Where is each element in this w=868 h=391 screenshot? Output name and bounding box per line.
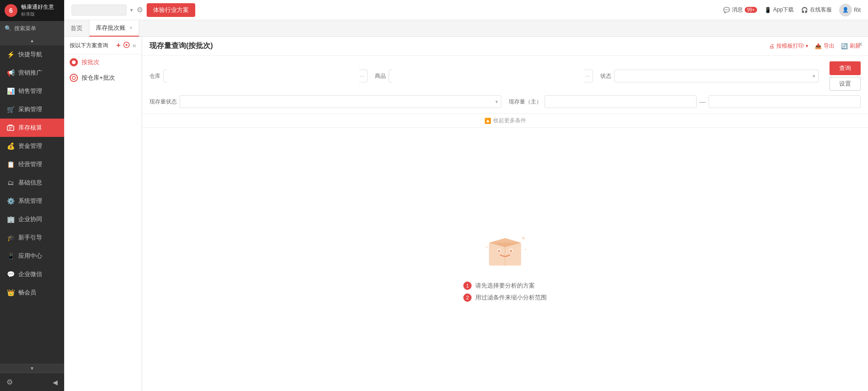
search-icon: 🔍 <box>5 25 11 32</box>
sidebar-nav-wrapper: ⚡ 快捷导航 📢 营销推广 📊 销售管理 🛒 采购管理 <box>0 45 64 364</box>
scheme-batch-label: 按批次 <box>82 58 99 66</box>
breadcrumb-search[interactable] <box>71 5 126 16</box>
warehouse-more-icon[interactable]: ··· <box>360 73 364 79</box>
content-area: 按以下方案查询 + « <box>64 37 868 391</box>
basic-icon: 🗂 <box>6 179 15 187</box>
sidebar-item-label: 新手引导 <box>18 234 42 242</box>
sidebar-item-quick-nav[interactable]: ⚡ 快捷导航 <box>0 45 64 64</box>
sidebar-item-purchase[interactable]: 🛒 采购管理 <box>0 100 64 119</box>
left-panel-collapse-icon[interactable]: « <box>132 42 136 49</box>
settings-button[interactable]: 设置 <box>830 77 861 91</box>
app-download-label: App下载 <box>773 6 794 14</box>
tab-home-label: 首页 <box>71 24 82 33</box>
product-more-icon[interactable]: ··· <box>585 73 590 79</box>
sidebar-item-operation[interactable]: 📋 经营管理 <box>0 155 64 174</box>
message-action[interactable]: 💬 消息 99+ <box>723 6 757 14</box>
svg-point-13 <box>522 237 525 239</box>
inv-qty-max-input[interactable] <box>709 95 861 108</box>
trial-button[interactable]: 体验行业方案 <box>147 3 195 17</box>
sidebar-item-label: 快捷导航 <box>18 50 42 59</box>
sidebar-item-basic[interactable]: 🗂 基础信息 <box>0 174 64 192</box>
sidebar-settings-icon[interactable]: ⚙ <box>6 378 13 386</box>
app-version: 标准版 <box>21 11 54 17</box>
svg-rect-0 <box>7 126 14 130</box>
svg-point-5 <box>72 60 76 64</box>
sidebar-item-apps[interactable]: 📱 应用中心 <box>0 247 64 265</box>
avatar-placeholder: 👤 <box>842 7 849 13</box>
sidebar-item-label: 经营管理 <box>18 160 42 168</box>
tab-close-icon[interactable]: × <box>129 25 132 31</box>
app-logo: 6 <box>5 4 17 17</box>
user-action[interactable]: 👤 Rit <box>839 4 861 16</box>
tab-batch-account-label: 库存批次账 <box>96 24 126 32</box>
export-button[interactable]: 📤 导出 <box>815 42 835 50</box>
sidebar-scroll-up[interactable]: ▲ <box>0 36 64 45</box>
message-label: 消息 <box>732 6 743 14</box>
refresh-icon: 🔄 <box>841 43 848 49</box>
svg-point-6 <box>72 76 76 80</box>
print-label: 按模板打印 <box>776 42 804 50</box>
sidebar-item-wechat[interactable]: 💬 企业微信 <box>0 265 64 283</box>
status-dropdown-icon[interactable]: ▾ <box>813 73 815 79</box>
inv-qty-label: 现存量（主） <box>509 98 542 106</box>
sidebar-item-marketing[interactable]: 📢 营销推广 <box>0 64 64 82</box>
print-dropdown-icon[interactable]: ▾ <box>806 43 808 49</box>
sidebar-scroll-down[interactable]: ▼ <box>0 364 64 373</box>
sidebar-item-label: 营销推广 <box>18 69 42 77</box>
sidebar-item-member[interactable]: 👑 畅会员 <box>0 283 64 302</box>
app-download-action[interactable]: 📱 App下载 <box>764 6 794 14</box>
tab-home[interactable]: 首页 <box>64 20 89 37</box>
filter-bar: 仓库 ··· 商品 ··· 状态 <box>142 56 868 114</box>
filter-warehouse-field: 仓库 ··· <box>149 70 368 82</box>
scheme-item-batch[interactable]: 按批次 <box>64 54 142 70</box>
filter-inv-status-field: 现存量状态 ▾ <box>149 95 501 108</box>
tip-num-2: 2 <box>463 293 472 302</box>
sidebar-item-sales[interactable]: 📊 销售管理 <box>0 82 64 100</box>
tip-text-1: 请先选择要分析的方案 <box>475 282 535 290</box>
sidebar-item-label: 基础信息 <box>18 179 42 187</box>
left-panel: 按以下方案查询 + « <box>64 37 142 391</box>
online-service-action[interactable]: 🎧 在线客服 <box>801 6 832 14</box>
sidebar-item-label: 采购管理 <box>18 105 42 114</box>
scheme-batch-icon <box>70 58 78 66</box>
guide-icon: 🎓 <box>6 234 15 242</box>
sidebar-item-label: 企业协同 <box>18 215 42 223</box>
operation-icon: 📋 <box>6 160 15 168</box>
sales-icon: 📊 <box>6 87 15 95</box>
warehouse-input[interactable] <box>166 70 360 82</box>
add-scheme-icon[interactable]: + <box>116 41 121 49</box>
sidebar-item-system[interactable]: ⚙️ 系统管理 <box>0 192 64 210</box>
scheme-item-warehouse-batch[interactable]: 按仓库+批次 <box>64 70 142 86</box>
search-menu-label: 搜索菜单 <box>14 25 36 33</box>
scheme-settings-icon[interactable] <box>123 42 130 49</box>
sidebar-item-inventory[interactable]: 库存核算 <box>0 119 64 137</box>
apps-icon: 📱 <box>6 252 15 260</box>
svg-point-4 <box>126 44 127 46</box>
sidebar-item-finance[interactable]: 💰 资金管理 <box>0 137 64 155</box>
query-button[interactable]: 查询 <box>830 61 861 75</box>
collapse-label: 收起更多条件 <box>493 117 526 125</box>
member-icon: 👑 <box>6 288 15 297</box>
sidebar-bottom: ⚙ ◀ <box>0 373 64 391</box>
topbar-dropdown-icon[interactable]: ▾ <box>130 7 133 13</box>
content-close-button[interactable]: × <box>853 37 868 52</box>
sidebar-item-label: 系统管理 <box>18 197 42 205</box>
scheme-warehouse-batch-label: 按仓库+批次 <box>82 74 115 82</box>
inv-qty-min-input[interactable] <box>544 95 697 108</box>
collapse-more-bar[interactable]: 🔼 收起更多条件 <box>142 114 868 128</box>
print-button[interactable]: 🖨 按模板打印 ▾ <box>769 42 808 50</box>
sidebar-item-enterprise[interactable]: 🏢 企业协同 <box>0 210 64 228</box>
purchase-icon: 🛒 <box>6 105 15 114</box>
page-title: 现存量查询(按批次) <box>149 41 213 51</box>
service-icon: 🎧 <box>801 7 808 13</box>
tab-batch-account[interactable]: 库存批次账 × <box>89 20 139 37</box>
sidebar-item-guide[interactable]: 🎓 新手引导 <box>0 228 64 247</box>
inv-qty-sep: — <box>699 98 706 105</box>
sidebar-collapse-icon[interactable]: ◀ <box>53 379 58 386</box>
topbar-gear-icon[interactable]: ⚙ <box>137 5 143 14</box>
product-input[interactable] <box>392 70 585 82</box>
system-icon: ⚙️ <box>6 197 15 205</box>
search-menu[interactable]: 🔍 搜索菜单 <box>0 21 64 36</box>
inv-status-dropdown-icon[interactable]: ▾ <box>495 99 498 105</box>
scheme-warehouse-batch-icon <box>70 74 78 82</box>
